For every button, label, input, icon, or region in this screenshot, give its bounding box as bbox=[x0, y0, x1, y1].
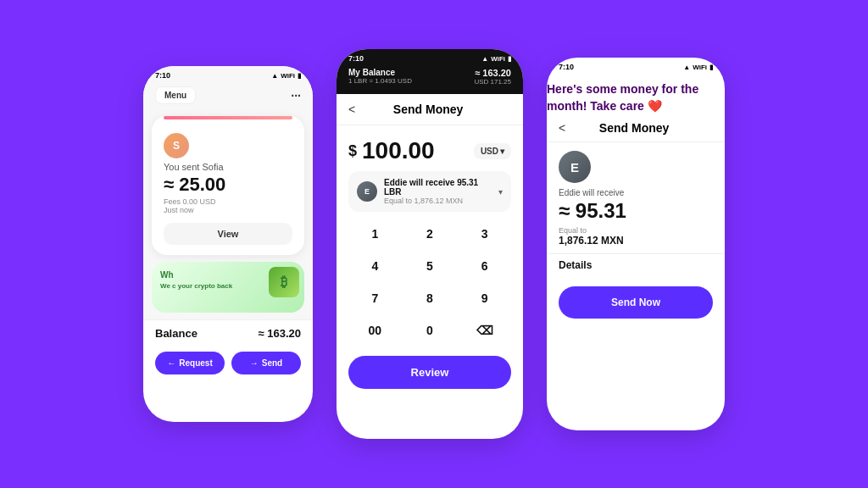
balance-info: My Balance 1 LBR = 1.0493 USD bbox=[348, 68, 412, 85]
recipient-avatar-3: E bbox=[559, 151, 713, 183]
signal-icon-3: ▲ bbox=[683, 64, 690, 71]
balance-header: My Balance 1 LBR = 1.0493 USD ≈ 163.20 U… bbox=[337, 64, 523, 94]
sent-label: You sent Sofia bbox=[164, 162, 292, 172]
request-button[interactable]: ← Request bbox=[155, 352, 225, 374]
numpad: 1 2 3 4 5 6 7 8 9 00 0 ⌫ bbox=[337, 212, 523, 352]
time-2: 7:10 bbox=[348, 54, 364, 63]
card-accent bbox=[164, 116, 292, 119]
recipient-info: Eddie will receive 95.31 LBR Equal to 1,… bbox=[384, 178, 492, 205]
avatar-sofia: S bbox=[164, 133, 189, 158]
expand-icon: ▾ bbox=[498, 187, 503, 197]
time-3: 7:10 bbox=[559, 63, 574, 71]
status-icons-1: ▲ WiFi ▮ bbox=[271, 72, 301, 80]
recipient-receive: Eddie will receive 95.31 LBR bbox=[384, 178, 492, 197]
heart-emoji: ❤️ bbox=[648, 99, 662, 113]
status-icons-2: ▲ WiFi ▮ bbox=[481, 55, 511, 63]
menu-button[interactable]: Menu bbox=[155, 86, 196, 104]
recipient-row[interactable]: E Eddie will receive 95.31 LBR Equal to … bbox=[348, 171, 511, 212]
details-section: Details bbox=[547, 253, 725, 280]
transaction-amount: ≈ 25.00 bbox=[164, 174, 292, 196]
message-text: Here's some money for the month! Take ca… bbox=[547, 81, 725, 114]
amount-value[interactable]: 100.00 bbox=[362, 137, 469, 164]
signal-icon-2: ▲ bbox=[481, 55, 488, 63]
request-label: Request bbox=[179, 358, 212, 368]
key-backspace[interactable]: ⌫ bbox=[458, 315, 511, 346]
fee-text: Fees 0.00 USD bbox=[164, 197, 292, 206]
key-3[interactable]: 3 bbox=[458, 219, 511, 249]
promo-icon: ₿ bbox=[269, 267, 299, 297]
action-bar: ← Request → Send bbox=[143, 347, 313, 385]
request-arrow-icon: ← bbox=[167, 358, 175, 368]
dollar-sign: $ bbox=[348, 142, 357, 160]
recipient-equal: Equal to 1,876.12 MXN bbox=[384, 197, 492, 205]
send-money-title: Send Money bbox=[362, 103, 494, 116]
status-bar-1: 7:10 ▲ WiFi ▮ bbox=[143, 66, 313, 81]
send-now-button[interactable]: Send Now bbox=[559, 286, 713, 319]
key-1[interactable]: 1 bbox=[348, 219, 402, 249]
back-button-2[interactable]: < bbox=[348, 103, 355, 116]
balance-amount: ≈ 163.20 bbox=[258, 327, 301, 340]
signal-icon-1: ▲ bbox=[271, 72, 278, 80]
phone1-body: S You sent Sofia ≈ 25.00 Fees 0.00 USD J… bbox=[143, 109, 313, 319]
balance-right: ≈ 163.20 USD 171.25 bbox=[474, 68, 511, 86]
receive-amount: ≈ 95.31 bbox=[547, 199, 725, 223]
currency-label: USD bbox=[481, 147, 498, 156]
key-5[interactable]: 5 bbox=[403, 251, 457, 281]
send-button[interactable]: → Send bbox=[231, 352, 301, 374]
send-money-header-3: < Send Money bbox=[547, 114, 725, 142]
key-8[interactable]: 8 bbox=[403, 283, 457, 313]
send-money-header: < Send Money bbox=[337, 94, 523, 125]
avatar-row: S bbox=[164, 133, 292, 158]
mxn-amount: 1,876.12 MXN bbox=[547, 235, 725, 247]
key-0[interactable]: 0 bbox=[403, 315, 457, 346]
battery-icon-2: ▮ bbox=[508, 55, 511, 63]
status-icons-3: ▲ WiFi ▮ bbox=[683, 64, 713, 71]
chevron-down-icon: ▾ bbox=[500, 147, 504, 156]
equal-to-label: Equal to bbox=[547, 226, 725, 235]
key-7[interactable]: 7 bbox=[348, 283, 402, 313]
key-6[interactable]: 6 bbox=[458, 251, 511, 281]
amount-input-area: $ 100.00 USD ▾ bbox=[337, 125, 523, 171]
currency-selector[interactable]: USD ▾ bbox=[474, 143, 511, 159]
details-title: Details bbox=[559, 259, 713, 271]
wifi-icon-1: WiFi bbox=[281, 72, 295, 80]
key-4[interactable]: 4 bbox=[348, 251, 402, 281]
dots-icon[interactable]: ··· bbox=[291, 89, 301, 103]
recipient-avatar: E bbox=[357, 181, 377, 202]
balance-value: ≈ 163.20 bbox=[474, 68, 511, 78]
balance-label: Balance bbox=[155, 327, 198, 340]
key-9[interactable]: 9 bbox=[458, 283, 511, 313]
send-label: Send bbox=[262, 358, 282, 368]
view-button[interactable]: View bbox=[164, 223, 292, 245]
receive-label: Eddie will receive bbox=[547, 188, 725, 197]
status-bar-2: 7:10 ▲ WiFi ▮ bbox=[337, 49, 523, 64]
send-arrow-icon: → bbox=[250, 358, 259, 368]
my-balance-title: My Balance bbox=[348, 68, 412, 77]
phone1-header: Menu ··· bbox=[143, 81, 313, 109]
key-2[interactable]: 2 bbox=[403, 219, 457, 249]
time-label: Just now bbox=[164, 206, 292, 214]
phone-3: 7:10 ▲ WiFi ▮ Here's some money for the … bbox=[547, 58, 725, 430]
review-button[interactable]: Review bbox=[348, 356, 511, 389]
phone-2: 7:10 ▲ WiFi ▮ My Balance 1 LBR = 1.0493 … bbox=[337, 49, 523, 439]
battery-icon-1: ▮ bbox=[298, 72, 301, 80]
time-1: 7:10 bbox=[155, 71, 170, 80]
back-button-3[interactable]: < bbox=[559, 121, 565, 135]
wifi-icon-3: WiFi bbox=[693, 64, 707, 71]
wifi-icon-2: WiFi bbox=[491, 55, 505, 63]
key-00[interactable]: 00 bbox=[348, 315, 402, 346]
balance-bar: Balance ≈ 163.20 bbox=[143, 319, 313, 347]
exchange-rate: 1 LBR = 1.0493 USD bbox=[348, 77, 412, 85]
battery-icon-3: ▮ bbox=[709, 64, 713, 71]
transaction-card: S You sent Sofia ≈ 25.00 Fees 0.00 USD J… bbox=[152, 116, 304, 255]
promo-card: Wh We c your crypto back ₿ bbox=[152, 262, 304, 313]
phone-1: 7:10 ▲ WiFi ▮ Menu ··· S You sent Sofia … bbox=[143, 66, 313, 422]
eddie-avatar: E bbox=[559, 151, 591, 183]
status-bar-3: 7:10 ▲ WiFi ▮ bbox=[547, 58, 725, 73]
send-money-title-3: Send Money bbox=[572, 121, 696, 135]
usd-value: USD 171.25 bbox=[474, 78, 511, 86]
